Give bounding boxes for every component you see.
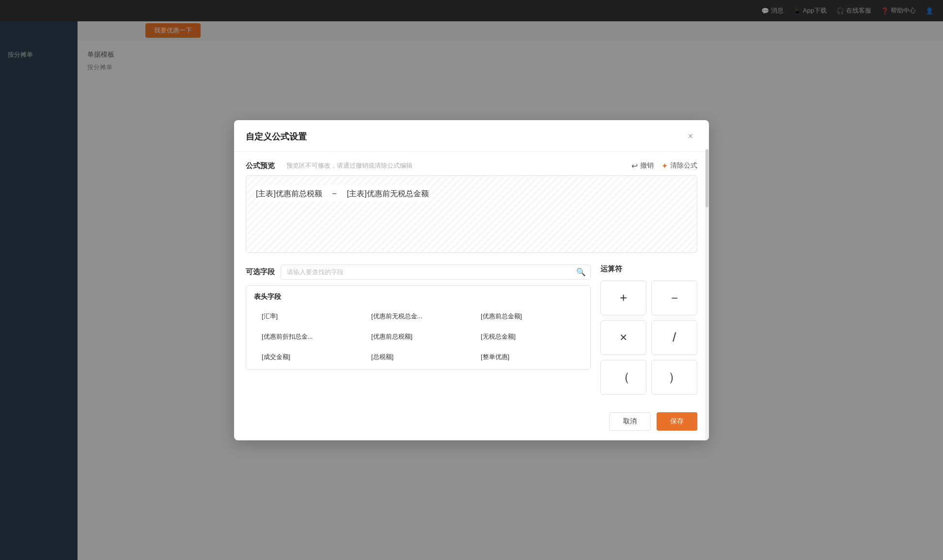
operator-minus[interactable]: － xyxy=(651,280,697,315)
operator-open-paren[interactable]: （ xyxy=(600,360,646,395)
fields-list-container: 表头字段 [汇率] [优惠前无税总金... [优惠前总金额] [优惠前折扣总金.… xyxy=(246,285,591,370)
save-button[interactable]: 保存 xyxy=(657,412,697,431)
category-title: 表头字段 xyxy=(254,293,582,301)
dialog-scrollbar[interactable] xyxy=(705,149,709,440)
search-input[interactable] xyxy=(281,264,591,280)
field-item[interactable]: [优惠前总金额] xyxy=(473,306,582,327)
dialog-body: 公式预览 预览区不可修改，请通过撤销或清除公式编辑 ↩ 撤销 ✦ 清除公式 xyxy=(234,152,709,404)
fields-header: 可选字段 🔍 xyxy=(246,264,591,280)
fields-label: 可选字段 xyxy=(246,267,275,277)
field-item[interactable]: [优惠前无税总金... xyxy=(363,306,473,327)
operator-plus[interactable]: + xyxy=(600,280,646,315)
clear-icon: ✦ xyxy=(661,161,668,171)
formula-section-hint: 预览区不可修改，请通过撤销或清除公式编辑 xyxy=(286,161,412,170)
formula-dialog: 自定义公式设置 × 公式预览 预览区不可修改，请通过撤销或清除公式编辑 ↩ 撤销 xyxy=(234,120,709,440)
field-item[interactable]: [无税总金额] xyxy=(473,327,582,347)
formula-operator: － xyxy=(330,187,339,199)
fields-panel: 可选字段 🔍 表头字段 [汇率] [优惠前无税总金 xyxy=(246,264,591,395)
formula-section-label: 公式预览 xyxy=(246,161,275,171)
undo-button[interactable]: ↩ 撤销 xyxy=(631,161,654,171)
field-item[interactable]: [优惠前总税额] xyxy=(363,327,473,347)
operators-grid: + － × / （ xyxy=(600,280,697,395)
field-item[interactable]: [优惠前折扣总金... xyxy=(254,327,363,347)
operator-divide[interactable]: / xyxy=(651,320,697,355)
field-item[interactable]: [整单优惠] xyxy=(473,347,582,367)
undo-icon: ↩ xyxy=(631,161,638,171)
formula-tag-1: [主表]优惠前总税额 xyxy=(256,189,322,199)
dialog-close-button[interactable]: × xyxy=(684,130,697,143)
dialog-title: 自定义公式设置 xyxy=(246,131,307,142)
formula-tag-2: [主表]优惠前无税总金额 xyxy=(347,189,429,199)
formula-preview-section: 公式预览 预览区不可修改，请通过撤销或清除公式编辑 ↩ 撤销 ✦ 清除公式 xyxy=(246,161,697,253)
cancel-button[interactable]: 取消 xyxy=(609,412,651,431)
operators-panel: 运算符 + － × / xyxy=(600,264,697,395)
operator-multiply[interactable]: × xyxy=(600,320,646,355)
dialog-header: 自定义公式设置 × xyxy=(234,120,709,152)
fields-grid: [汇率] [优惠前无税总金... [优惠前总金额] [优惠前折扣总金... [优… xyxy=(254,306,582,367)
formula-content: [主表]优惠前总税额 － [主表]优惠前无税总金额 xyxy=(256,186,429,201)
clear-formula-button[interactable]: ✦ 清除公式 xyxy=(661,161,697,171)
dialog-footer: 取消 保存 xyxy=(234,404,709,440)
search-icon: 🔍 xyxy=(576,267,586,277)
field-item[interactable]: [汇率] xyxy=(254,306,363,327)
field-item[interactable]: [总税额] xyxy=(363,347,473,367)
operators-label: 运算符 xyxy=(600,264,697,274)
field-item[interactable]: [成交金额] xyxy=(254,347,363,367)
dialog-scrollbar-thumb xyxy=(706,149,708,207)
dialog-backdrop: 自定义公式设置 × 公式预览 预览区不可修改，请通过撤销或清除公式编辑 ↩ 撤销 xyxy=(0,0,943,560)
formula-actions: ↩ 撤销 ✦ 清除公式 xyxy=(631,161,697,171)
lower-section: 可选字段 🔍 表头字段 [汇率] [优惠前无税总金 xyxy=(246,264,697,395)
formula-preview-box: [主表]优惠前总税额 － [主表]优惠前无税总金额 xyxy=(246,175,697,253)
search-wrapper: 🔍 xyxy=(281,264,591,280)
fields-scroll-area[interactable]: 表头字段 [汇率] [优惠前无税总金... [优惠前总金额] [优惠前折扣总金.… xyxy=(246,286,590,369)
fields-category-header: 表头字段 [汇率] [优惠前无税总金... [优惠前总金额] [优惠前折扣总金.… xyxy=(246,286,590,369)
operator-close-paren[interactable]: ） xyxy=(651,360,697,395)
formula-section-header: 公式预览 预览区不可修改，请通过撤销或清除公式编辑 ↩ 撤销 ✦ 清除公式 xyxy=(246,161,697,171)
